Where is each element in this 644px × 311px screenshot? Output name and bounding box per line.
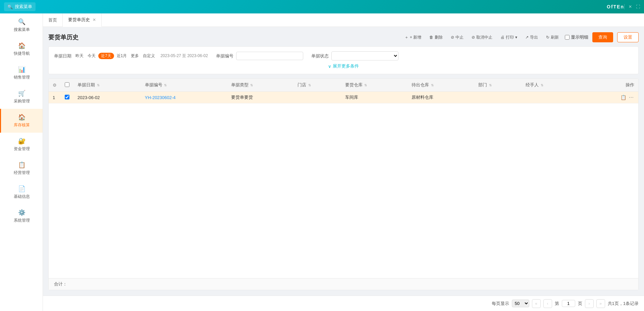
sort-doc-date-icon[interactable]: ⇅ bbox=[97, 83, 100, 87]
first-page-button[interactable]: « bbox=[532, 299, 541, 308]
print-button[interactable]: 🖨 打印 ▾ bbox=[498, 33, 519, 42]
sort-department-icon[interactable]: ⇅ bbox=[489, 83, 492, 87]
date-btn-1month[interactable]: 近1月 bbox=[115, 53, 128, 59]
export-icon: ↗ bbox=[525, 35, 529, 40]
stop-icon: ⊘ bbox=[451, 35, 454, 40]
cancel-stop-button[interactable]: ⊘ 取消中止 bbox=[470, 33, 494, 42]
query-button[interactable]: 查询 bbox=[592, 32, 613, 42]
td-department bbox=[474, 92, 522, 103]
new-button[interactable]: ＋ + 新增 bbox=[402, 33, 423, 42]
date-btn-more[interactable]: 更多 bbox=[129, 53, 140, 59]
table-header-row: ⚙ 单据日期 ⇅ 单据编号 bbox=[49, 79, 638, 92]
refresh-button[interactable]: ↻ 刷新 bbox=[544, 33, 561, 42]
settings-button[interactable]: 设置 bbox=[617, 32, 639, 42]
sidebar-item-basic-info[interactable]: 📄 基础信息 bbox=[0, 180, 43, 204]
export-label: 导出 bbox=[530, 35, 538, 40]
date-btn-yesterday[interactable]: 昨天 bbox=[74, 53, 85, 59]
th-doc-number-label: 单据编号 bbox=[145, 82, 162, 87]
th-handler[interactable]: 经手人 ⇅ bbox=[522, 79, 579, 92]
th-doc-type[interactable]: 单据类型 ⇅ bbox=[227, 79, 294, 92]
window-expand-button[interactable]: ⛶ bbox=[636, 4, 640, 9]
tab-home[interactable]: 首页 bbox=[43, 13, 63, 27]
tab-home-label: 首页 bbox=[48, 17, 57, 23]
last-page-button[interactable]: » bbox=[596, 299, 605, 308]
th-actions: 操作 bbox=[579, 79, 638, 92]
expand-filter-button[interactable]: ∨ 展开更多条件 bbox=[54, 63, 633, 69]
date-btn-7days[interactable]: 近7天 bbox=[98, 53, 114, 59]
td-checkbox[interactable] bbox=[61, 92, 73, 103]
td-doc-date: 2023-06-02 bbox=[73, 92, 141, 103]
table-wrapper[interactable]: ⚙ 单据日期 ⇅ 单据编号 bbox=[49, 79, 638, 278]
date-shortcuts: 昨天 今天 近7天 近1月 更多 自定义 bbox=[74, 53, 156, 59]
inventory-icon: 🏠 bbox=[18, 114, 25, 121]
date-btn-today[interactable]: 今天 bbox=[86, 53, 97, 59]
sidebar-item-system[interactable]: ⚙️ 系统管理 bbox=[0, 204, 43, 228]
doc-status-select[interactable] bbox=[331, 51, 398, 60]
sidebar-item-operations[interactable]: 📋 经营管理 bbox=[0, 157, 43, 180]
sidebar-item-search[interactable]: 🔍 搜索菜单 bbox=[0, 13, 43, 37]
prev-page-button[interactable]: ‹ bbox=[543, 299, 552, 308]
delete-label: 删除 bbox=[435, 35, 443, 40]
sidebar-item-purchase[interactable]: 🛒 采购管理 bbox=[0, 85, 43, 109]
th-doc-date[interactable]: 单据日期 ⇅ bbox=[73, 79, 141, 92]
tab-bar: 首页 要货单历史 ✕ bbox=[43, 13, 644, 27]
stop-button[interactable]: ⊘ 中止 bbox=[449, 33, 466, 42]
sidebar-item-system-label: 系统管理 bbox=[14, 218, 30, 223]
th-doc-number[interactable]: 单据编号 ⇅ bbox=[141, 79, 227, 92]
sort-req-warehouse-icon[interactable]: ⇅ bbox=[364, 83, 367, 87]
expand-label: 展开更多条件 bbox=[333, 63, 359, 69]
sidebar-item-sales-label: 销售管理 bbox=[14, 75, 30, 80]
sidebar-item-finance[interactable]: 🔐 资金管理 bbox=[0, 133, 43, 157]
doc-number-input[interactable] bbox=[236, 52, 303, 60]
th-store[interactable]: 门店 ⇅ bbox=[293, 79, 341, 92]
display-detail-checkbox[interactable] bbox=[565, 35, 570, 40]
settings-column-header[interactable]: ⚙ bbox=[49, 79, 61, 92]
row-checkbox[interactable] bbox=[65, 95, 69, 99]
select-all-checkbox[interactable] bbox=[65, 82, 69, 87]
doc-number-link[interactable]: YH-20230602-4 bbox=[145, 95, 176, 100]
per-page-label: 每页显示 bbox=[492, 301, 509, 307]
sort-doc-number-icon[interactable]: ⇅ bbox=[164, 83, 167, 87]
export-button[interactable]: ↗ 导出 bbox=[523, 33, 540, 42]
next-page-button[interactable]: › bbox=[585, 299, 594, 308]
td-req-warehouse: 车间库 bbox=[341, 92, 408, 103]
new-icon: ＋ bbox=[405, 35, 409, 40]
doc-number-filter: 单据编号 bbox=[216, 52, 303, 60]
print-icon: 🖨 bbox=[500, 35, 504, 40]
sidebar-item-inventory[interactable]: 🏠 库存核算 bbox=[0, 109, 43, 133]
tab-close-icon[interactable]: ✕ bbox=[93, 17, 96, 22]
sidebar-item-quick-nav[interactable]: 🏠 快捷导航 bbox=[0, 37, 43, 61]
sort-pending-warehouse-icon[interactable]: ⇅ bbox=[431, 83, 434, 87]
th-req-warehouse[interactable]: 要货仓库 ⇅ bbox=[341, 79, 408, 92]
table-footer: 合计： bbox=[49, 278, 638, 290]
table-row[interactable]: 1 2023-06-02 YH-20230602-4 要货单要货 bbox=[49, 92, 638, 103]
window-close-button[interactable]: ✕ bbox=[629, 4, 632, 9]
data-table: ⚙ 单据日期 ⇅ 单据编号 bbox=[49, 79, 638, 103]
sidebar-item-quick-nav-label: 快捷导航 bbox=[14, 51, 30, 56]
display-detail-label: 显示明细 bbox=[571, 34, 588, 40]
divider bbox=[624, 4, 625, 9]
th-req-warehouse-label: 要货仓库 bbox=[345, 82, 363, 87]
sort-handler-icon[interactable]: ⇅ bbox=[541, 83, 543, 87]
table-container: ⚙ 单据日期 ⇅ 单据编号 bbox=[48, 78, 639, 290]
td-doc-number: YH-20230602-4 bbox=[141, 92, 227, 103]
sidebar-item-sales[interactable]: 📊 销售管理 bbox=[0, 61, 43, 85]
delete-button[interactable]: 🗑 删除 bbox=[427, 33, 445, 42]
page-number-input[interactable] bbox=[562, 300, 575, 307]
row-edit-icon[interactable]: 📋 bbox=[620, 94, 627, 101]
display-detail-checkbox-container[interactable]: 显示明细 bbox=[565, 34, 588, 40]
sort-doc-type-icon[interactable]: ⇅ bbox=[250, 83, 253, 87]
th-pending-warehouse[interactable]: 待出仓库 ⇅ bbox=[408, 79, 474, 92]
date-btn-custom[interactable]: 自定义 bbox=[142, 53, 156, 59]
row-more-icon[interactable]: ⋯ bbox=[628, 94, 634, 101]
sort-store-icon[interactable]: ⇅ bbox=[308, 83, 311, 87]
top-search[interactable]: 🔍 搜索菜单 bbox=[4, 2, 36, 11]
sidebar-item-purchase-label: 采购管理 bbox=[14, 98, 30, 104]
print-label: 打印 bbox=[506, 35, 514, 40]
per-page-select[interactable]: 50 10 20 100 bbox=[512, 300, 529, 307]
th-department[interactable]: 部门 ⇅ bbox=[474, 79, 522, 92]
th-department-label: 部门 bbox=[478, 82, 487, 87]
tab-requisition-history[interactable]: 要货单历史 ✕ bbox=[63, 13, 102, 27]
system-icon: ⚙️ bbox=[18, 209, 25, 216]
search-menu-icon: 🔍 bbox=[18, 18, 25, 26]
